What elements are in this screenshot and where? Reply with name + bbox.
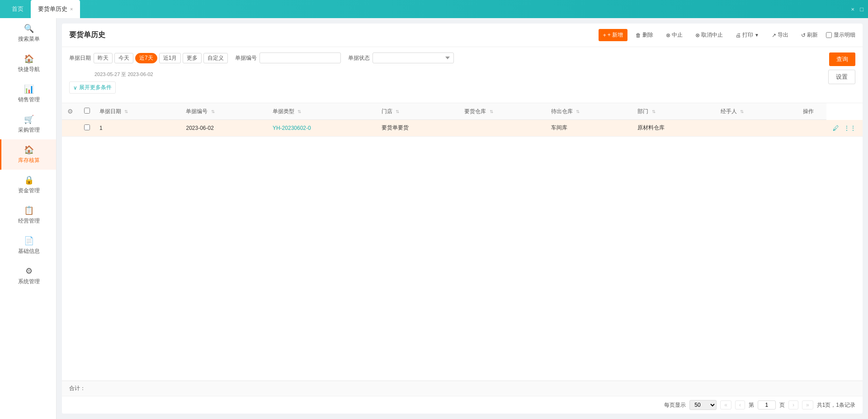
data-table: ⚙ 单据日期 ⇅ 单据编号 ⇅: [62, 103, 863, 137]
status-label: 单据状态: [348, 54, 370, 62]
export-label: 导出: [778, 31, 788, 39]
sidebar-item-operations[interactable]: 📋 经营管理: [0, 200, 56, 230]
col-doc-number: 单据编号 ⇅: [181, 103, 268, 120]
filter-right: 查询 设置: [828, 52, 855, 84]
date-label: 单据日期: [69, 54, 91, 62]
row-doc-number: YH-20230602-0: [268, 120, 377, 137]
new-button[interactable]: + + 新增: [599, 29, 627, 41]
docnum-input[interactable]: [259, 52, 341, 63]
row-doc-date: 2023-06-02: [181, 120, 268, 137]
content-area: 要货单历史 + + 新增 🗑 删除 ⊗ 中止 ⊗: [57, 18, 868, 419]
date-btn-more[interactable]: 更多: [183, 53, 202, 63]
page-input[interactable]: [758, 400, 776, 409]
date-btn-yesterday[interactable]: 昨天: [94, 53, 113, 63]
window-close-btn[interactable]: ×: [851, 6, 855, 13]
col-req-warehouse: 要货仓库 ⇅: [460, 103, 546, 120]
row-store: [460, 120, 546, 137]
query-button[interactable]: 查询: [829, 52, 855, 66]
row-edit-icon[interactable]: 🖊: [832, 124, 840, 133]
delete-icon: 🗑: [636, 32, 641, 38]
sort-store-icon[interactable]: ⇅: [396, 109, 399, 114]
sidebar-item-operations-label: 经营管理: [18, 217, 40, 225]
page-unit-label: 页: [779, 401, 785, 409]
sidebar-item-search[interactable]: 🔍 搜索菜单: [0, 18, 56, 48]
export-button[interactable]: ↗ 导出: [767, 29, 793, 41]
page-title: 要货单历史: [69, 30, 105, 40]
tab-home[interactable]: 首页: [5, 0, 31, 18]
column-settings-btn[interactable]: ⚙: [66, 107, 74, 116]
print-label: 打印: [742, 31, 753, 39]
row-index: 1: [95, 120, 181, 137]
stop-label: 中止: [672, 31, 683, 39]
page-next-btn[interactable]: ›: [788, 400, 798, 409]
col-checkbox: [79, 103, 95, 120]
expand-more-arrow: ∨: [73, 85, 77, 91]
sidebar-item-basicinfo[interactable]: 📄 基础信息: [0, 230, 56, 261]
tab-requisition-label: 要货单历史: [38, 5, 67, 13]
display-detail-checkbox[interactable]: [826, 32, 832, 38]
select-all-checkbox[interactable]: [84, 108, 90, 114]
sidebar-item-purchase[interactable]: 🛒 采购管理: [0, 109, 56, 139]
sidebar-item-inventory-label: 库存核算: [18, 157, 40, 164]
system-icon: ⚙: [25, 266, 33, 276]
refresh-label: 刷新: [807, 31, 818, 39]
col-doc-date-label: 单据日期: [99, 108, 121, 114]
sort-req-warehouse-icon[interactable]: ⇅: [490, 109, 493, 114]
col-doc-type: 单据类型 ⇅: [268, 103, 377, 120]
sidebar-item-basicinfo-label: 基础信息: [18, 248, 40, 255]
delete-button[interactable]: 🗑 删除: [631, 29, 658, 41]
print-button[interactable]: 🖨 打印 ▼: [731, 29, 764, 41]
basicinfo-icon: 📄: [24, 236, 34, 246]
col-doc-number-label: 单据编号: [186, 108, 208, 114]
tab-requisition-history[interactable]: 要货单历史 ×: [31, 0, 80, 18]
delete-label: 删除: [642, 31, 653, 39]
cancel-stop-icon: ⊗: [695, 32, 700, 38]
date-btn-1month[interactable]: 近1月: [159, 53, 181, 63]
col-handler: 经手人 ⇅: [716, 103, 790, 120]
date-btn-custom[interactable]: 自定义: [203, 53, 228, 63]
filter-settings-button[interactable]: 设置: [828, 70, 855, 84]
new-button-label: + 新增: [608, 31, 623, 39]
col-pending-warehouse: 待出仓库 ⇅: [547, 103, 633, 120]
doc-number-link[interactable]: YH-20230602-0: [273, 125, 311, 131]
table-head: ⚙ 单据日期 ⇅ 单据编号 ⇅: [62, 103, 863, 120]
sidebar-item-system[interactable]: ⚙ 系统管理: [0, 261, 56, 291]
table-row: 1 2023-06-02 YH-20230602-0 要货单要货 车间库 原材料…: [62, 120, 863, 137]
cancel-stop-button[interactable]: ⊗ 取消中止: [691, 29, 727, 41]
window-maximize-btn[interactable]: □: [860, 6, 863, 13]
sidebar-item-finance[interactable]: 🔒 资金管理: [0, 170, 56, 200]
sort-doc-date-icon[interactable]: ⇅: [124, 109, 128, 114]
row-checkbox-input[interactable]: [84, 124, 90, 130]
display-detail-label: 显示明细: [834, 31, 855, 39]
cancel-stop-label: 取消中止: [701, 31, 723, 39]
sidebar-item-quicknav[interactable]: 🏠 快捷导航: [0, 48, 56, 79]
col-action: 操作: [790, 103, 826, 120]
page-last-btn[interactable]: »: [802, 400, 813, 409]
date-btn-today[interactable]: 今天: [114, 53, 133, 63]
sort-pending-warehouse-icon[interactable]: ⇅: [576, 109, 580, 114]
sort-handler-icon[interactable]: ⇅: [740, 109, 744, 114]
expand-more-btn[interactable]: ∨ 展开更多条件: [69, 81, 116, 94]
page-first-btn[interactable]: «: [720, 400, 731, 409]
page-size-select[interactable]: 20 50 100 200: [689, 400, 717, 410]
finance-icon: 🔒: [24, 175, 34, 185]
col-store: 门店 ⇅: [377, 103, 460, 120]
date-btn-7days[interactable]: 近7天: [135, 53, 157, 63]
sort-doc-number-icon[interactable]: ⇅: [211, 109, 215, 114]
sidebar-item-sales[interactable]: 📊 销售管理: [0, 79, 56, 109]
print-dropdown-icon: ▼: [755, 33, 759, 38]
page-prev-btn[interactable]: ‹: [735, 400, 745, 409]
display-detail-toggle[interactable]: 显示明细: [826, 31, 855, 39]
table-body: 1 2023-06-02 YH-20230602-0 要货单要货 车间库 原材料…: [62, 120, 863, 137]
status-select[interactable]: [373, 52, 454, 63]
sort-department-icon[interactable]: ⇅: [652, 109, 656, 114]
sidebar-item-inventory[interactable]: 🏠 库存核算: [0, 139, 56, 170]
tab-close-icon[interactable]: ×: [70, 6, 73, 12]
page-size-label: 每页显示: [664, 401, 686, 409]
row-more-icon[interactable]: ⋮⋮: [843, 124, 857, 133]
sort-doc-type-icon[interactable]: ⇅: [297, 109, 301, 114]
col-handler-label: 经手人: [721, 108, 737, 114]
refresh-button[interactable]: ↺ 刷新: [797, 29, 822, 41]
stop-button[interactable]: ⊗ 中止: [661, 29, 687, 41]
sidebar: 🔍 搜索菜单 🏠 快捷导航 📊 销售管理 🛒 采购管理 🏠 库存核算 🔒 资金管…: [0, 18, 57, 419]
